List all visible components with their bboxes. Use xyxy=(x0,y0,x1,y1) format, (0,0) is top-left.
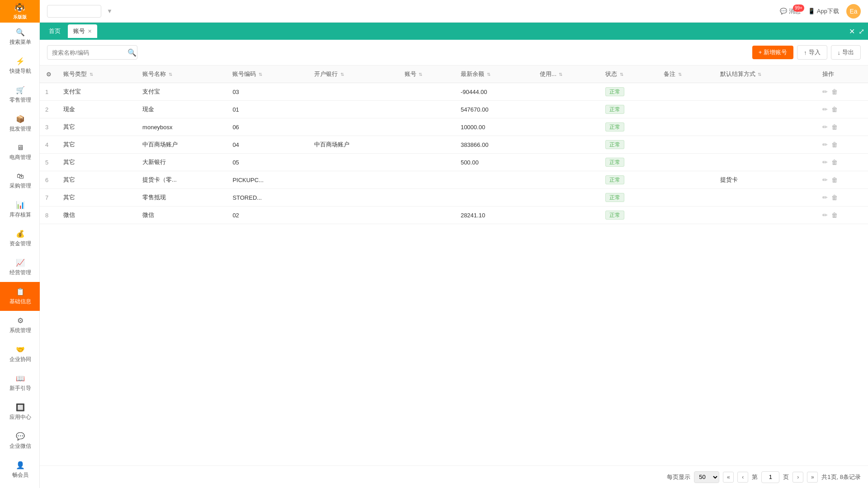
edit-icon[interactable]: ✏ xyxy=(822,159,828,166)
per-page-select[interactable]: 50 100 200 xyxy=(694,471,719,483)
col-type[interactable]: 账号类型 ⇅ xyxy=(58,66,137,83)
sidebar-item-retail[interactable]: 🛒 零售管理 xyxy=(0,80,40,109)
search-input[interactable] xyxy=(47,45,137,60)
delete-icon[interactable]: 🗑 xyxy=(831,194,838,201)
cell-usage xyxy=(534,189,600,206)
col-balance[interactable]: 最新余额 ⇅ xyxy=(455,66,534,83)
tab-minimize-icon[interactable]: ✕ xyxy=(849,27,855,36)
sidebar-item-search[interactable]: 🔍 搜索菜单 xyxy=(0,23,40,52)
col-name[interactable]: 账号名称 ⇅ xyxy=(137,66,227,83)
cell-actions: ✏ 🗑 xyxy=(817,154,868,171)
status-badge: 正常 xyxy=(605,87,624,96)
cell-balance: 547670.00 xyxy=(455,101,534,118)
col-settings[interactable]: ⚙ xyxy=(40,66,58,83)
sidebar-item-enterprise-wechat-label: 企业微信 xyxy=(9,442,31,450)
sidebar-item-inventory[interactable]: 📊 库存核算 xyxy=(0,195,40,224)
dropdown-arrow-icon[interactable]: ▼ xyxy=(107,8,113,14)
col-status[interactable]: 状态 ⇅ xyxy=(600,66,658,83)
cell-type: 其它 xyxy=(58,118,137,136)
cell-actions: ✏ 🗑 xyxy=(817,118,868,136)
sidebar-item-operations[interactable]: 📈 经营管理 xyxy=(0,253,40,282)
cell-bank xyxy=(309,206,399,224)
cell-balance xyxy=(455,171,534,189)
edit-icon[interactable]: ✏ xyxy=(822,141,828,148)
app-download-label: App下载 xyxy=(817,7,839,15)
cell-name: 提货卡（零... xyxy=(137,171,227,189)
import-button[interactable]: ↑ 导入 xyxy=(797,45,827,60)
sidebar-item-member-label: 畅会员 xyxy=(12,471,28,479)
col-code[interactable]: 账号编码 ⇅ xyxy=(227,66,309,83)
delete-icon[interactable]: 🗑 xyxy=(831,159,838,166)
cell-num: 3 xyxy=(40,118,58,136)
ecommerce-icon: 🖥 xyxy=(17,144,24,152)
tab-expand-icon[interactable]: ⤢ xyxy=(859,27,864,36)
sidebar-item-member[interactable]: 👤 畅会员 xyxy=(0,455,40,484)
app-download-button[interactable]: 📱 App下载 xyxy=(808,7,839,15)
edit-icon[interactable]: ✏ xyxy=(822,176,828,183)
col-account[interactable]: 账号 ⇅ xyxy=(399,66,455,83)
sidebar-item-enterprise-wechat[interactable]: 💬 企业微信 xyxy=(0,427,40,455)
tab-account-label: 账号 xyxy=(73,27,85,35)
delete-icon[interactable]: 🗑 xyxy=(831,176,838,183)
sidebar-item-retail-label: 零售管理 xyxy=(9,96,31,104)
delete-icon[interactable]: 🗑 xyxy=(831,88,838,95)
sidebar-item-capital[interactable]: 💰 资金管理 xyxy=(0,224,40,253)
cell-actions: ✏ 🗑 xyxy=(817,83,868,101)
delete-icon[interactable]: 🗑 xyxy=(831,141,838,148)
export-icon: ↓ xyxy=(838,49,841,56)
edit-icon[interactable]: ✏ xyxy=(822,194,828,201)
edit-icon[interactable]: ✏ xyxy=(822,88,828,95)
delete-icon[interactable]: 🗑 xyxy=(831,211,838,219)
tab-home[interactable]: 首页 xyxy=(43,24,66,38)
sidebar-item-wholesale[interactable]: 📦 批发管理 xyxy=(0,109,40,138)
user-avatar[interactable]: Ea xyxy=(846,4,861,19)
tab-bar: 首页 账号 ✕ ✕ ⤢ xyxy=(40,23,868,40)
sidebar-item-app-center[interactable]: 🔲 应用中心 xyxy=(0,398,40,427)
col-remark[interactable]: 备注 ⇅ xyxy=(658,66,714,83)
table-row: 7 其它 零售抵现 STORED... 正常 ✏ 🗑 xyxy=(40,189,868,206)
tab-close-icon[interactable]: ✕ xyxy=(88,28,92,34)
page-input[interactable] xyxy=(761,471,779,483)
cell-name: moneybosx xyxy=(137,118,227,136)
top-search-input[interactable] xyxy=(47,5,101,18)
sidebar-item-enterprise-agree[interactable]: 🤝 企业协同 xyxy=(0,340,40,369)
status-badge: 正常 xyxy=(605,211,624,220)
sidebar-item-quick[interactable]: ⚡ 快捷导航 xyxy=(0,52,40,80)
main-area: ▼ 💬 消息 99+ 📱 App下载 Ea 首页 账号 ✕ ✕ xyxy=(40,0,868,488)
content-area: 🔍 + 新增账号 ↑ 导入 ↓ 导出 ⚙ 账号类型 ⇅ xyxy=(40,40,868,488)
col-usage[interactable]: 使用... ⇅ xyxy=(534,66,600,83)
first-page-button[interactable]: « xyxy=(723,472,734,483)
search-button[interactable]: 🔍 xyxy=(125,45,139,60)
sidebar-item-guide[interactable]: 📖 新手引导 xyxy=(0,369,40,398)
edit-icon[interactable]: ✏ xyxy=(822,106,828,113)
cell-default-settle xyxy=(715,154,817,171)
tab-home-label: 首页 xyxy=(49,27,61,35)
sidebar-item-system[interactable]: ⚙ 系统管理 xyxy=(0,311,40,340)
sidebar-item-purchase[interactable]: 🛍 采购管理 xyxy=(0,167,40,195)
add-account-button[interactable]: + 新增账号 xyxy=(752,46,793,59)
export-label: 导出 xyxy=(842,48,854,56)
inventory-icon: 📊 xyxy=(16,201,25,209)
sidebar-item-ecommerce[interactable]: 🖥 电商管理 xyxy=(0,138,40,167)
cell-account xyxy=(399,118,455,136)
delete-icon[interactable]: 🗑 xyxy=(831,123,838,131)
message-button[interactable]: 💬 消息 99+ xyxy=(780,7,801,15)
sidebar-item-basic[interactable]: 📋 基础信息 xyxy=(0,282,40,311)
sidebar-item-operations-label: 经营管理 xyxy=(9,269,31,277)
basic-icon: 📋 xyxy=(16,287,25,296)
edit-icon[interactable]: ✏ xyxy=(822,123,828,131)
next-page-button[interactable]: › xyxy=(793,472,803,483)
col-default-settle[interactable]: 默认结算方式 ⇅ xyxy=(715,66,817,83)
prev-page-button[interactable]: ‹ xyxy=(737,472,748,483)
col-bank[interactable]: 开户银行 ⇅ xyxy=(309,66,399,83)
edit-icon[interactable]: ✏ xyxy=(822,211,828,219)
tab-account[interactable]: 账号 ✕ xyxy=(68,24,97,38)
export-button[interactable]: ↓ 导出 xyxy=(831,45,861,60)
pagination: 每页显示 50 100 200 « ‹ 第 页 › » 共1页, 8条记录 xyxy=(40,465,868,488)
cell-name: 大新银行 xyxy=(137,154,227,171)
sidebar-item-system-label: 系统管理 xyxy=(9,327,31,334)
last-page-button[interactable]: » xyxy=(807,472,818,483)
delete-icon[interactable]: 🗑 xyxy=(831,106,838,113)
col-actions: 操作 xyxy=(817,66,868,83)
cell-type: 微信 xyxy=(58,206,137,224)
